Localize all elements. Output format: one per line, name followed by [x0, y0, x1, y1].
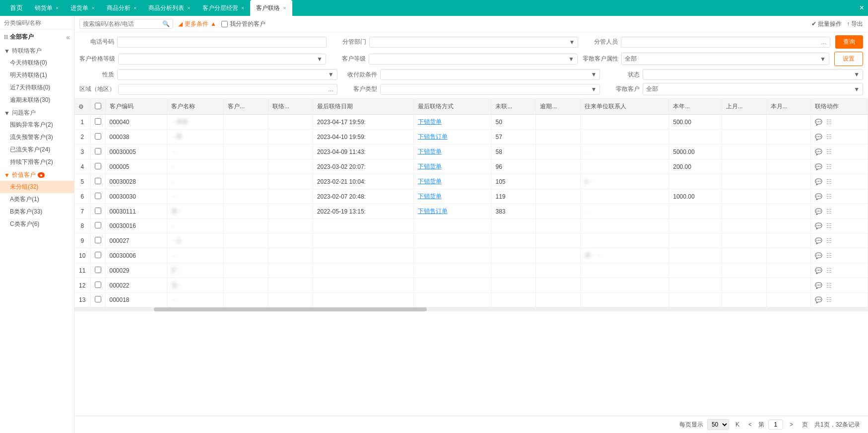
- nav-home[interactable]: 首页: [4, 0, 29, 16]
- sidebar-search-input[interactable]: [4, 19, 74, 26]
- customer-level-select[interactable]: ▼: [369, 54, 578, 65]
- more-conditions-btn[interactable]: ◢ 更多条件 ▲: [178, 20, 216, 28]
- close-icon[interactable]: ×: [283, 5, 286, 11]
- row-checkbox[interactable]: [90, 293, 105, 307]
- grid-action-icon[interactable]: ☷: [826, 208, 832, 215]
- batch-ops-btn[interactable]: ✔ 批量操作: [811, 20, 842, 28]
- page-number-input[interactable]: [768, 420, 783, 430]
- my-customers-checkbox[interactable]: [221, 21, 228, 27]
- comment-icon[interactable]: 💬: [815, 178, 822, 185]
- comment-icon[interactable]: 💬: [815, 267, 822, 274]
- reset-button[interactable]: 设置: [834, 52, 863, 66]
- row-checkbox[interactable]: [90, 278, 105, 293]
- dept-select[interactable]: ▼: [369, 37, 579, 48]
- next-page-btn[interactable]: >: [787, 420, 796, 429]
- sidebar-item-ungrouped[interactable]: 未分组(32): [0, 181, 74, 193]
- comment-icon[interactable]: 💬: [815, 119, 822, 126]
- sidebar-item-today-pending[interactable]: 今天待联络(0): [0, 57, 74, 69]
- row-checkbox[interactable]: [90, 174, 105, 189]
- comment-icon[interactable]: 💬: [815, 237, 822, 244]
- comment-icon[interactable]: 💬: [815, 252, 822, 259]
- close-icon[interactable]: ×: [134, 5, 136, 11]
- last-page-btn[interactable]: 页: [800, 420, 810, 430]
- prev-page-btn[interactable]: <: [746, 420, 754, 429]
- horizontal-scrollbar[interactable]: [74, 307, 868, 311]
- grid-action-icon[interactable]: ☷: [826, 252, 832, 259]
- sidebar-group-pending-contact[interactable]: ▼ 待联络客户: [0, 44, 74, 57]
- row-checkbox[interactable]: [90, 248, 105, 263]
- row-checkbox[interactable]: [90, 204, 105, 219]
- comment-icon[interactable]: 💬: [815, 148, 822, 155]
- sidebar-item-tomorrow-pending[interactable]: 明天待联络(1): [0, 69, 74, 81]
- nav-customer-segment[interactable]: 客户分层经营 ×: [197, 0, 250, 16]
- main-search-input[interactable]: [83, 20, 162, 27]
- all-customers-header[interactable]: ⁝⁝ 全部客户 «: [0, 30, 74, 44]
- comment-icon[interactable]: 💬: [815, 193, 822, 200]
- export-btn[interactable]: ↑ 导出: [847, 20, 863, 28]
- first-page-btn[interactable]: K: [733, 420, 742, 429]
- grid-action-icon[interactable]: ☷: [826, 237, 832, 244]
- retail-customer-select[interactable]: 全部 ▼: [643, 83, 863, 95]
- query-button[interactable]: 查询: [835, 35, 863, 49]
- my-customers-check[interactable]: 我分管的客户: [221, 20, 266, 28]
- close-icon[interactable]: ×: [56, 5, 59, 11]
- row-checkbox[interactable]: [90, 144, 105, 159]
- nav-sales-order[interactable]: 销货单 ×: [29, 0, 65, 16]
- comment-icon[interactable]: 💬: [815, 163, 822, 170]
- window-close-icon[interactable]: ×: [860, 3, 864, 12]
- nav-customer-contact[interactable]: 客户联络 ×: [250, 0, 292, 16]
- row-checkbox[interactable]: [90, 219, 105, 233]
- select-all-checkbox[interactable]: [95, 103, 101, 109]
- comment-icon[interactable]: 💬: [815, 282, 822, 289]
- grid-action-icon[interactable]: ☷: [826, 148, 832, 155]
- comment-icon[interactable]: 💬: [815, 222, 822, 229]
- grid-action-icon[interactable]: ☷: [826, 119, 832, 126]
- sidebar-item-churned[interactable]: 已流失客户(24): [0, 144, 74, 156]
- manager-select[interactable]: …: [621, 37, 830, 48]
- close-icon[interactable]: ×: [91, 5, 94, 11]
- customer-type-select[interactable]: ▼: [380, 84, 601, 95]
- sidebar-item-hoarding-abnormal[interactable]: 囤购异常客户(2): [0, 119, 74, 131]
- grid-action-icon[interactable]: ☷: [826, 178, 832, 185]
- close-icon[interactable]: ×: [241, 5, 244, 11]
- price-level-select[interactable]: ▼: [118, 54, 326, 65]
- sidebar-item-class-a[interactable]: A类客户(1): [0, 193, 74, 206]
- grid-action-icon[interactable]: ☷: [826, 282, 832, 289]
- grid-action-icon[interactable]: ☷: [826, 193, 832, 200]
- grid-action-icon[interactable]: ☷: [826, 267, 832, 274]
- nature-select[interactable]: ▼: [117, 69, 337, 80]
- sidebar-item-declining[interactable]: 持续下滑客户(2): [0, 156, 74, 168]
- row-checkbox[interactable]: [90, 130, 105, 144]
- col-settings[interactable]: ⚙: [74, 99, 90, 115]
- nav-purchase-order[interactable]: 进货单 ×: [65, 0, 100, 16]
- close-icon[interactable]: ×: [187, 5, 190, 11]
- sidebar-item-class-c[interactable]: C类客户(6): [0, 218, 74, 230]
- row-checkbox[interactable]: [90, 263, 105, 278]
- sidebar-item-churn-warning[interactable]: 流失预警客户(3): [0, 131, 74, 144]
- col-checkbox[interactable]: [90, 99, 105, 115]
- phone-input[interactable]: [117, 37, 327, 48]
- nav-product-analysis[interactable]: 商品分析 ×: [101, 0, 142, 16]
- nav-product-analysis-list[interactable]: 商品分析列表 ×: [142, 0, 196, 16]
- sidebar-item-class-b[interactable]: B类客户(33): [0, 206, 74, 218]
- page-size-select[interactable]: 50: [707, 419, 729, 430]
- grid-action-icon[interactable]: ☷: [826, 222, 832, 229]
- sidebar-item-overdue-pending[interactable]: 逾期未联络(30): [0, 94, 74, 106]
- sidebar-item-7days-pending[interactable]: 近7天待联络(0): [0, 81, 74, 94]
- row-checkbox[interactable]: [90, 159, 105, 174]
- grid-action-icon[interactable]: ☷: [826, 296, 832, 303]
- comment-icon[interactable]: 💬: [815, 296, 822, 303]
- comment-icon[interactable]: 💬: [815, 208, 822, 215]
- row-checkbox[interactable]: [90, 115, 105, 130]
- status-select[interactable]: ▼: [643, 69, 863, 80]
- grid-action-icon[interactable]: ☷: [826, 134, 832, 141]
- row-checkbox[interactable]: [90, 189, 105, 204]
- row-checkbox[interactable]: [90, 233, 105, 248]
- grid-action-icon[interactable]: ☷: [826, 163, 832, 170]
- region-select[interactable]: …: [118, 84, 337, 95]
- retail-attr-select[interactable]: 全部 ▼: [621, 53, 829, 65]
- sidebar-group-problem-customers[interactable]: ▼ 问题客户: [0, 106, 74, 119]
- payment-select[interactable]: ▼: [380, 69, 601, 80]
- comment-icon[interactable]: 💬: [815, 134, 822, 141]
- sidebar-group-value-customers[interactable]: ▼ 价值客户 ●: [0, 168, 74, 181]
